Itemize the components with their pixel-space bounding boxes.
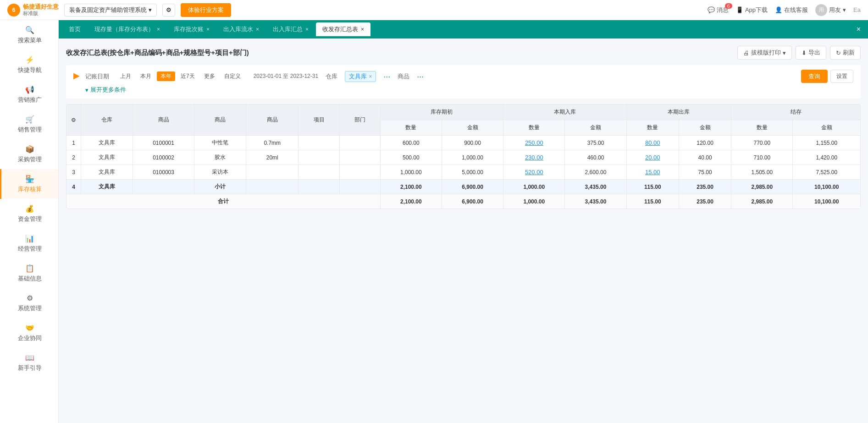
tab-summary-main[interactable]: 收发存汇总表 ×	[316, 22, 370, 36]
tab-summary-main-close[interactable]: ×	[361, 26, 364, 33]
shortcut-this-year[interactable]: 本年	[157, 71, 175, 81]
sidebar-label-business: 经营管理	[18, 245, 42, 253]
expand-filter[interactable]: ▾ 展开更多条件	[85, 86, 853, 94]
shortcut-7days[interactable]: 近7天	[177, 71, 199, 81]
row-project	[299, 136, 339, 150]
top-header: 6 畅捷通好生意 标准版 装备及固定资产辅助管理系统 ▾ ⚙ 体验行业方案 💬 …	[0, 0, 868, 20]
footer-bal-amt: 10,100.00	[793, 194, 861, 209]
row-init-amt: 5,000.00	[442, 165, 503, 180]
sales-icon: 🛒	[25, 115, 34, 124]
col-settings-header[interactable]: ⚙	[66, 104, 81, 136]
row-code	[133, 180, 194, 194]
sidebar-label-sales: 销售管理	[18, 126, 42, 134]
table-row: 2文具库0100002胶水20ml500.001,000.00230.00460…	[66, 150, 861, 165]
chevron-down-icon: ▾	[149, 6, 152, 13]
sidebar-item-business[interactable]: 📊 经营管理	[0, 229, 58, 258]
search-icon: 🔍	[25, 26, 34, 34]
system-selector[interactable]: 装备及固定资产辅助管理系统 ▾	[64, 4, 157, 16]
print-label: 拔模版打印	[751, 49, 781, 57]
message-button[interactable]: 💬 消息 6	[708, 6, 729, 14]
sidebar-item-guide[interactable]: 📖 新手引导	[0, 348, 58, 378]
footer-label: 合计	[66, 194, 381, 209]
sidebar-item-collab[interactable]: 🤝 企业协同	[0, 318, 58, 348]
col-in-qty-header: 数量	[503, 120, 565, 136]
refresh-button[interactable]: ↻ 刷新	[830, 46, 861, 60]
query-button[interactable]: 查询	[801, 70, 828, 83]
link-value[interactable]: 250.00	[525, 139, 543, 146]
sidebar-item-sales[interactable]: 🛒 销售管理	[0, 110, 58, 139]
sidebar-item-base[interactable]: 📋 基础信息	[0, 258, 58, 288]
row-name: 中性笔	[194, 136, 246, 150]
online-service-button[interactable]: 👤 在线客服	[775, 6, 808, 14]
logo-icon: 6	[7, 4, 20, 16]
row-in-amt: 460.00	[565, 150, 626, 165]
goods-more[interactable]: ···	[417, 72, 424, 81]
sidebar-label-inventory: 库存核算	[18, 185, 42, 193]
row-warehouse: 文具库	[81, 150, 133, 165]
tab-flow-close[interactable]: ×	[256, 26, 259, 33]
settings-icon[interactable]: ⚙	[162, 4, 175, 16]
link-value[interactable]: 520.00	[525, 169, 543, 176]
row-warehouse: 文具库	[81, 136, 133, 150]
app-download-button[interactable]: 📱 App下载	[736, 6, 768, 14]
export-button[interactable]: ⬇ 导出	[796, 46, 826, 60]
row-out-qty[interactable]: 15.00	[626, 165, 679, 180]
print-button[interactable]: 🖨 拔模版打印 ▾	[737, 46, 792, 60]
trial-button[interactable]: 体验行业方案	[181, 3, 231, 17]
tab-summary-io-close[interactable]: ×	[305, 26, 309, 33]
export-icon: ⬇	[802, 49, 807, 56]
row-out-qty[interactable]: 20.00	[626, 150, 679, 165]
tab-home[interactable]: 首页	[62, 22, 87, 36]
shortcut-this-month[interactable]: 本月	[137, 71, 155, 81]
sidebar-item-system[interactable]: ⚙ 系统管理	[0, 288, 58, 318]
table-row: 1文具库0100001中性笔0.7mm600.00900.00250.00375…	[66, 136, 861, 150]
sidebar-label-finance: 资金管理	[18, 215, 42, 223]
sidebar-item-quick[interactable]: ⚡ 快捷导航	[0, 50, 58, 80]
shortcut-custom[interactable]: 自定义	[221, 71, 244, 81]
tab-batch-close[interactable]: ×	[206, 26, 210, 33]
row-spec: 20ml	[246, 150, 299, 165]
service-icon: 👤	[775, 6, 782, 13]
row-out-qty[interactable]: 80.00	[626, 136, 679, 150]
sidebar-item-marketing[interactable]: 📢 营销推广	[0, 80, 58, 110]
row-bal-amt: 10,100.00	[793, 180, 861, 194]
tab-stock-dist-close[interactable]: ×	[157, 26, 160, 33]
guide-icon: 📖	[25, 353, 34, 362]
shortcut-last-month[interactable]: 上月	[116, 71, 135, 81]
sidebar-item-purchase[interactable]: 📦 采购管理	[0, 139, 58, 169]
business-icon: 📊	[25, 234, 34, 243]
user-area[interactable]: 用 用友 ▾	[815, 4, 846, 16]
set-button[interactable]: 设置	[830, 70, 853, 83]
shortcut-more[interactable]: 更多	[200, 71, 219, 81]
date-label: 记账日期	[85, 72, 109, 81]
row-in-qty[interactable]: 520.00	[503, 165, 565, 180]
tab-flow[interactable]: 出入库流水 ×	[217, 22, 265, 36]
tab-stock-dist[interactable]: 现存量（库存分布表） ×	[88, 22, 166, 36]
link-value[interactable]: 20.00	[645, 154, 660, 161]
footer-init-amt: 6,900.00	[442, 194, 503, 209]
tab-summary-io[interactable]: 出入库汇总 ×	[266, 22, 315, 36]
link-value[interactable]: 15.00	[645, 169, 660, 176]
footer-out-qty: 115.00	[626, 194, 679, 209]
row-warehouse: 文具库	[81, 165, 133, 180]
row-in-qty: 1,000.00	[503, 180, 565, 194]
tab-batch[interactable]: 库存批次账 ×	[167, 22, 216, 36]
collab-icon: 🤝	[25, 324, 34, 332]
link-value[interactable]: 80.00	[645, 139, 660, 146]
row-code: 0100001	[133, 136, 194, 150]
col-init-qty-header: 数量	[380, 120, 442, 136]
system-title: 装备及固定资产辅助管理系统	[69, 6, 147, 14]
row-init-amt: 900.00	[442, 136, 503, 150]
tab-bar-close-button[interactable]: ×	[853, 25, 864, 33]
sidebar-item-finance[interactable]: 💰 资金管理	[0, 199, 58, 229]
row-in-qty[interactable]: 250.00	[503, 136, 565, 150]
sidebar-item-search[interactable]: 🔍 搜索菜单	[0, 20, 58, 50]
filter-toggle[interactable]: ▶	[73, 70, 80, 81]
sidebar-item-inventory[interactable]: 🏪 库存核算	[0, 169, 58, 199]
link-value[interactable]: 230.00	[525, 154, 543, 161]
row-in-qty[interactable]: 230.00	[503, 150, 565, 165]
sidebar-label-base: 基础信息	[18, 275, 42, 283]
row-in-amt: 3,435.00	[565, 180, 626, 194]
warehouse-tag-close[interactable]: ×	[369, 73, 372, 80]
warehouse-more[interactable]: ···	[383, 72, 390, 81]
